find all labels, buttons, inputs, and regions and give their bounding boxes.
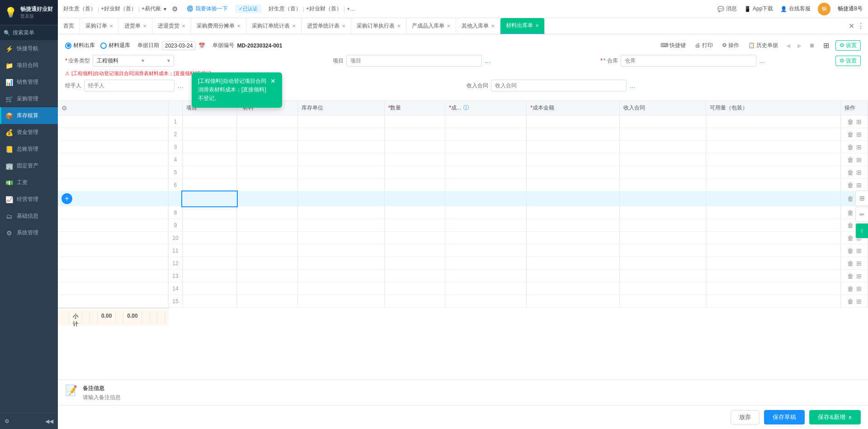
tab-close-all-btn[interactable]: ✕: [849, 22, 854, 30]
sidebar-item-system[interactable]: ⚙ 系统管理: [0, 224, 58, 241]
tooltip-close-btn[interactable]: ✕: [270, 76, 276, 86]
delete-row-btn[interactable]: 🗑: [847, 118, 854, 125]
tab-close-other-receipt[interactable]: ✕: [491, 24, 495, 29]
side-float-upload-btn[interactable]: ↑: [855, 223, 868, 238]
copy-row-btn[interactable]: ⊞: [856, 247, 862, 254]
settings-btn[interactable]: ⚙ 设置: [835, 40, 861, 51]
tab-close-purchase-expense[interactable]: ✕: [237, 24, 241, 29]
cost-price-info-icon[interactable]: ⓘ: [463, 105, 469, 111]
save-draft-btn[interactable]: 保存草稿: [764, 410, 805, 424]
tab-goods-receipt[interactable]: 进货单✕: [119, 18, 152, 34]
sidebar-item-sales[interactable]: 📊 销售管理: [0, 74, 58, 91]
operations-btn[interactable]: ⚙ 操作: [719, 40, 742, 51]
copy-row-btn[interactable]: ⊞: [856, 285, 862, 292]
copy-row-btn[interactable]: ⊞: [856, 169, 862, 176]
sidebar-search[interactable]: 🔍 搜索菜单: [0, 25, 58, 40]
print-btn[interactable]: 🖨 打印: [692, 40, 715, 51]
delete-row-btn[interactable]: 🗑: [847, 181, 854, 189]
tab-close-finished-goods[interactable]: ✕: [447, 24, 450, 29]
tab-goods-stats[interactable]: 进货单统计表✕: [302, 18, 351, 34]
delete-row-btn[interactable]: 🗑: [847, 285, 854, 292]
grid-view-btn[interactable]: ⊞: [821, 40, 832, 51]
delete-row-btn[interactable]: 🗑: [847, 209, 854, 216]
warehouse-input[interactable]: [621, 55, 756, 67]
tab-finished-goods[interactable]: 产成品入库单✕: [406, 18, 456, 34]
handler-input[interactable]: [84, 80, 175, 91]
calendar-icon[interactable]: 📅: [198, 43, 205, 49]
income-contract-dots-btn[interactable]: …: [629, 82, 636, 89]
sidebar-item-assets[interactable]: 🏢 固定资产: [0, 157, 58, 174]
tab-material-issue[interactable]: 材料出库单✕: [500, 18, 545, 34]
settings-bottom-icon[interactable]: ⚙: [5, 418, 9, 424]
date-value[interactable]: 2023-03-24: [162, 41, 196, 50]
copy-row-btn[interactable]: ⊞: [856, 131, 862, 138]
delete-row-btn[interactable]: 🗑: [847, 222, 854, 229]
delete-row-btn[interactable]: 🗑: [847, 247, 854, 254]
delete-row-btn[interactable]: 🗑: [847, 260, 854, 267]
delete-row-btn[interactable]: 🗑: [847, 131, 854, 138]
table-settings-gear-icon[interactable]: ⚙: [61, 105, 67, 112]
sidebar-item-project[interactable]: 📁 项目合同: [0, 57, 58, 74]
topbar-link-more[interactable]: +…: [347, 6, 355, 12]
copy-row-btn[interactable]: ⊞: [856, 272, 862, 280]
certified-badge[interactable]: ✓已认证: [235, 5, 261, 13]
tab-close-goods-receipt[interactable]: ✕: [143, 24, 146, 29]
sidebar-item-ledger[interactable]: 📒 总账管理: [0, 141, 58, 157]
copy-row-btn[interactable]: ⊞: [856, 260, 862, 267]
collapse-icon[interactable]: ◀◀: [45, 418, 53, 424]
sidebar-item-payroll[interactable]: 💵 工资: [0, 174, 58, 191]
project-input[interactable]: [346, 55, 482, 67]
delete-row-btn[interactable]: 🗑: [847, 169, 854, 176]
tab-more-btn[interactable]: ⋮: [857, 22, 864, 30]
tab-purchase-expense[interactable]: 采购费用分摊单✕: [191, 18, 246, 34]
tab-purchase-execution[interactable]: 采购订单执行表✕: [351, 18, 406, 34]
topbar-link-4[interactable]: 好生意（首）: [269, 5, 301, 13]
add-row-btn[interactable]: +: [61, 193, 72, 204]
sidebar-item-quick-nav[interactable]: ⚡ 快捷导航: [0, 40, 58, 57]
sidebar-item-finance[interactable]: 💰 资金管理: [0, 124, 58, 141]
user-avatar[interactable]: 畅: [818, 3, 830, 15]
business-type-select[interactable]: 工程领料 ▾: [93, 55, 174, 67]
tab-close-purchase-stats[interactable]: ✕: [292, 24, 296, 29]
tab-close-goods-return[interactable]: ✕: [182, 24, 185, 29]
side-float-edit-btn[interactable]: ✏: [855, 207, 868, 222]
radio-material-issue[interactable]: 材料出库: [65, 42, 95, 49]
tab-close-material-issue[interactable]: ✕: [535, 23, 539, 28]
side-float-grid-btn[interactable]: ⊞: [855, 191, 868, 206]
topbar-link-3[interactable]: +易代账: [142, 5, 161, 13]
copy-row-btn[interactable]: ⊞: [856, 181, 862, 189]
topbar-link-1[interactable]: 好生意（首）: [63, 5, 96, 13]
col-settings[interactable]: ⚙: [58, 101, 169, 115]
copy-row-btn[interactable]: ⊞: [856, 143, 862, 151]
topbar-link-5[interactable]: +好业财（首）: [306, 5, 342, 13]
tab-purchase-stats[interactable]: 采购订单统计表✕: [246, 18, 302, 34]
list-view-btn[interactable]: ≡: [807, 40, 816, 51]
online-service-btn[interactable]: 👤 在线客服: [780, 5, 811, 13]
copy-row-btn[interactable]: ⊞: [856, 298, 862, 305]
copy-row-btn[interactable]: ⊞: [856, 118, 862, 125]
delete-row-btn[interactable]: 🗑: [847, 195, 854, 202]
sidebar-item-basic-info[interactable]: 🗂 基础信息: [0, 208, 58, 224]
tab-close-goods-stats[interactable]: ✕: [342, 24, 345, 29]
project-dots-btn[interactable]: …: [485, 57, 491, 64]
tab-close-purchase-order[interactable]: ✕: [109, 24, 113, 29]
sidebar-item-operations[interactable]: 📈 经营管理: [0, 191, 58, 208]
tab-goods-return[interactable]: 进退货货✕: [152, 18, 191, 34]
tab-close-purchase-execution[interactable]: ✕: [397, 24, 401, 29]
copy-row-btn[interactable]: ⊞: [856, 156, 862, 163]
tab-purchase-order[interactable]: 采购订单✕: [80, 18, 119, 34]
delete-row-btn[interactable]: 🗑: [847, 143, 854, 151]
handler-dots-btn[interactable]: …: [177, 82, 184, 89]
radio-material-return[interactable]: 材料退库: [100, 42, 130, 49]
message-btn[interactable]: 💬 消息: [717, 5, 737, 13]
delete-row-btn[interactable]: 🗑: [847, 272, 854, 280]
topbar-experience-link[interactable]: 🌀 我要体验一下: [187, 5, 227, 13]
shortcut-key-btn[interactable]: ⌨ 快捷键: [658, 40, 689, 51]
sidebar-item-inventory[interactable]: 📦 库存核算: [0, 107, 58, 124]
topbar-link-2[interactable]: +好业财（首）: [101, 5, 137, 13]
save-new-btn[interactable]: 保存&新增 ∧: [809, 410, 861, 424]
delete-row-btn[interactable]: 🗑: [847, 156, 854, 163]
username-label[interactable]: 畅捷通8号: [838, 5, 863, 13]
income-contract-input[interactable]: [491, 80, 627, 91]
settings-field-btn[interactable]: ⚙ 设置: [835, 56, 861, 66]
